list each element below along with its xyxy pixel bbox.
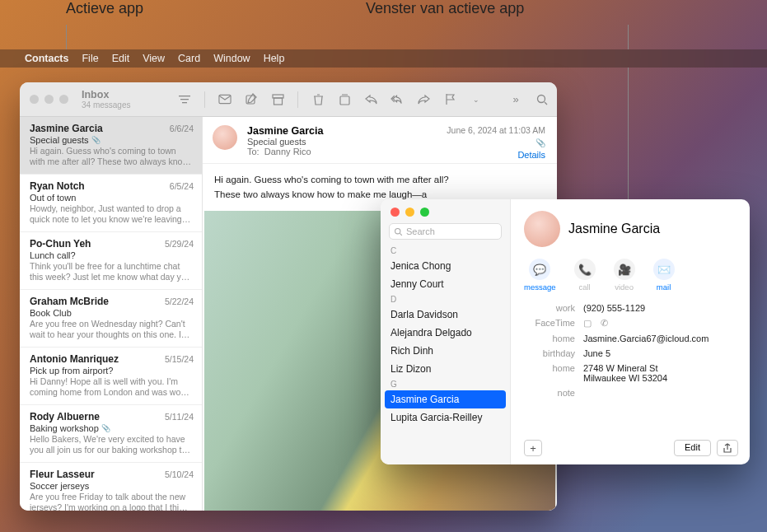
message-list-item[interactable]: Graham McBride5/22/24Book ClubAre you fr…	[20, 290, 202, 348]
contacts-search-input[interactable]: Search	[389, 223, 502, 240]
action-video[interactable]: 🎥video	[614, 259, 635, 292]
message-list-item[interactable]: Po-Chun Yeh5/29/24Lunch call?Think you'l…	[20, 232, 202, 290]
sender-avatar[interactable]	[213, 125, 237, 150]
svg-rect-2	[182, 102, 187, 103]
edit-button[interactable]: Edit	[674, 440, 711, 456]
search-placeholder: Search	[406, 226, 435, 236]
callout-line-1	[66, 25, 67, 53]
msg-subject: Baking workshop	[30, 423, 99, 433]
action-call-label: call	[578, 282, 590, 292]
phone-icon: 📞	[578, 264, 592, 276]
contact-list-item[interactable]: Jenny Court	[381, 275, 510, 293]
msg-date: 5/29/24	[165, 239, 194, 249]
menu-edit[interactable]: Edit	[112, 53, 130, 64]
system-menubar: Contacts File Edit View Card Window Help	[0, 49, 767, 68]
contact-section-header: C	[381, 245, 510, 257]
archive-icon[interactable]	[271, 93, 284, 106]
menu-window[interactable]: Window	[213, 53, 250, 64]
action-message-label: message	[524, 282, 556, 292]
contact-list-item[interactable]: Rich Dinh	[381, 342, 510, 360]
msg-preview: Are you free Friday to talk about the ne…	[30, 492, 194, 511]
envelope-icon[interactable]	[218, 93, 232, 106]
facetime-buttons[interactable]: ▢ ✆	[583, 318, 738, 329]
contact-name: Jasmine Garcia	[568, 222, 660, 236]
menu-help[interactable]: Help	[264, 53, 285, 64]
contact-list-item[interactable]: Jasmine Garcia	[385, 390, 506, 408]
message-list[interactable]: Jasmine Garcia6/6/24Special guests📎Hi ag…	[20, 117, 203, 511]
note-label: note	[524, 388, 575, 398]
menu-view[interactable]: View	[143, 53, 165, 64]
add-contact-button[interactable]: +	[524, 440, 542, 456]
contact-card: Jasmine Garcia 💬message 📞call 🎥video ✉️m…	[511, 199, 750, 464]
filter-icon[interactable]	[178, 93, 191, 106]
flag-icon[interactable]	[443, 93, 456, 106]
forward-icon[interactable]	[417, 93, 430, 106]
message-list-item[interactable]: Antonio Manriquez5/15/24Pick up from air…	[20, 348, 202, 405]
msg-date: 5/15/24	[165, 354, 194, 364]
birthday-value: June 5	[583, 348, 738, 358]
more-icon[interactable]: »	[509, 93, 522, 106]
open-to-value: Danny Rico	[264, 147, 311, 156]
message-list-item[interactable]: Ryan Notch6/5/24Out of townHowdy, neighb…	[20, 175, 202, 232]
contact-list-item[interactable]: Jenica Chong	[381, 257, 510, 275]
mail-traffic-zoom[interactable]	[59, 95, 68, 104]
junk-icon[interactable]	[338, 93, 351, 106]
msg-subject: Lunch call?	[30, 250, 76, 260]
compose-icon[interactable]	[245, 93, 258, 106]
contacts-traffic-minimize[interactable]	[405, 208, 414, 217]
mail-traffic-minimize[interactable]	[44, 95, 54, 104]
message-body-line: Hi again. Guess who's coming to town wit…	[214, 172, 545, 187]
message-icon: 💬	[533, 264, 546, 276]
contact-list-item[interactable]: Alejandra Delgado	[381, 324, 510, 342]
mail-inbox-count: 34 messages	[82, 100, 170, 110]
contacts-window: Search CJenica ChongJenny CourtDDarla Da…	[381, 199, 750, 464]
action-call[interactable]: 📞call	[574, 259, 596, 292]
toolbar-divider	[204, 91, 205, 108]
message-list-item[interactable]: Fleur Lasseur5/10/24Soccer jerseysAre yo…	[20, 463, 202, 511]
menu-card[interactable]: Card	[178, 53, 200, 64]
msg-subject: Special guests	[30, 135, 89, 145]
search-icon[interactable]	[535, 93, 549, 106]
details-link[interactable]: Details	[517, 150, 545, 160]
mail-inbox-title: Inbox	[82, 89, 170, 100]
reply-icon[interactable]	[364, 93, 377, 106]
contact-list-item[interactable]: Liz Dizon	[381, 360, 510, 378]
menu-app-name[interactable]: Contacts	[25, 53, 68, 64]
contacts-traffic-zoom[interactable]	[420, 208, 429, 217]
msg-sender: Antonio Manriquez	[30, 353, 119, 365]
message-list-item[interactable]: Jasmine Garcia6/6/24Special guests📎Hi ag…	[20, 117, 202, 175]
contact-avatar[interactable]	[524, 211, 560, 247]
share-button[interactable]	[717, 440, 738, 456]
open-date: June 6, 2024 at 11:03 AM	[447, 125, 545, 135]
action-message[interactable]: 💬message	[524, 259, 556, 292]
home-email-value[interactable]: Jasmine.Garcia67@icloud.com	[583, 334, 738, 343]
action-mail[interactable]: ✉️mail	[653, 259, 675, 292]
msg-subject: Out of town	[30, 193, 76, 203]
msg-preview: Think you'll be free for a lunchtime cha…	[30, 261, 194, 282]
reply-all-icon[interactable]	[391, 93, 404, 106]
contact-list-item[interactable]: Lupita Garcia-Reilley	[381, 408, 510, 427]
toolbar-divider	[297, 91, 298, 108]
msg-preview: Hi again. Guess who's coming to town wit…	[30, 146, 194, 167]
msg-sender: Ryan Notch	[30, 180, 85, 192]
contact-list[interactable]: CJenica ChongJenny CourtDDarla DavidsonA…	[381, 245, 510, 464]
msg-preview: Hello Bakers, We're very excited to have…	[30, 434, 194, 455]
open-subject: Special guests	[247, 137, 545, 147]
chevron-down-icon[interactable]: ⌄	[470, 93, 483, 106]
contact-list-item[interactable]: Darla Davidson	[381, 306, 510, 324]
contact-section-header: D	[381, 293, 510, 306]
work-phone-value[interactable]: (920) 555-1129	[583, 303, 738, 313]
home-email-label: home	[524, 334, 575, 343]
home-addr-value[interactable]: 2748 W Mineral StMilwaukee WI 53204	[583, 363, 738, 383]
contacts-traffic-lights	[381, 199, 510, 222]
menu-file[interactable]: File	[82, 53, 98, 64]
mail-traffic-close[interactable]	[30, 95, 39, 104]
birthday-label: birthday	[524, 348, 575, 358]
contacts-traffic-close[interactable]	[391, 208, 400, 217]
message-list-item[interactable]: Rody Albuerne5/11/24Baking workshop📎Hell…	[20, 405, 202, 463]
attachment-icon[interactable]: 📎	[535, 138, 545, 147]
trash-icon[interactable]	[311, 93, 325, 106]
msg-preview: Are you free on Wednesday night? Can't w…	[30, 319, 194, 340]
facetime-label: FaceTime	[524, 318, 575, 328]
msg-sender: Graham McBride	[30, 296, 109, 307]
